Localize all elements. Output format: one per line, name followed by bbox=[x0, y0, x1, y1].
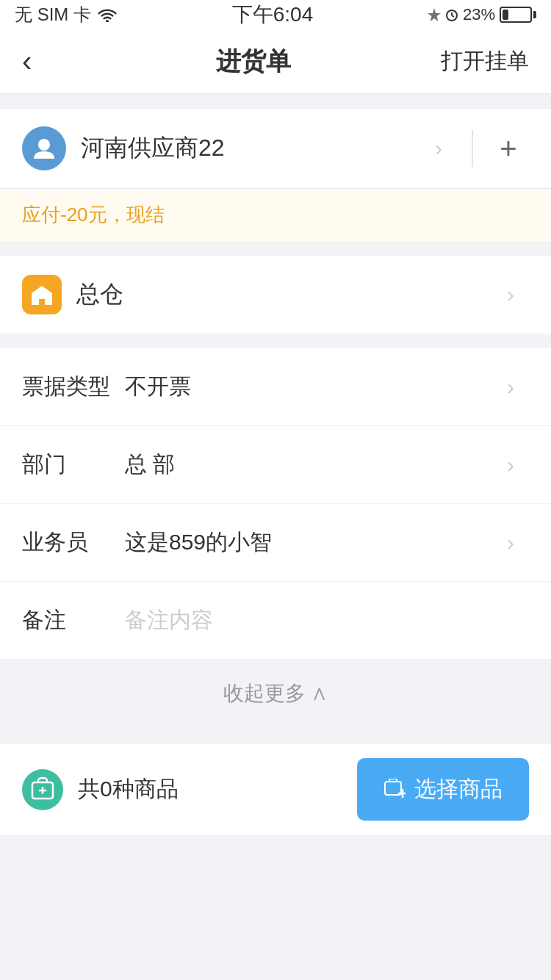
supplier-row[interactable]: 河南供应商22 › + bbox=[0, 109, 551, 189]
svg-line-3 bbox=[452, 15, 454, 17]
warehouse-section: 总仓 › bbox=[0, 256, 551, 334]
gap-1 bbox=[0, 94, 551, 109]
product-icon bbox=[22, 769, 63, 810]
gap-4 bbox=[0, 728, 551, 743]
supplier-avatar bbox=[22, 126, 66, 170]
battery-icon bbox=[500, 7, 536, 23]
svg-point-4 bbox=[38, 139, 50, 151]
notice-row: 应付-20元，现结 bbox=[0, 189, 551, 241]
open-pending-button[interactable]: 打开挂单 bbox=[441, 46, 529, 76]
nav-bar: ‹ 进货单 打开挂单 bbox=[0, 29, 551, 94]
warehouse-row[interactable]: 总仓 › bbox=[0, 256, 551, 334]
cart-icon bbox=[29, 777, 56, 803]
warehouse-chevron-icon: › bbox=[507, 282, 514, 307]
select-product-icon bbox=[383, 779, 406, 801]
department-value: 总 部 bbox=[125, 450, 507, 480]
page-background bbox=[0, 835, 551, 980]
status-right: 23% bbox=[428, 5, 536, 24]
location-icon bbox=[428, 8, 441, 21]
supplier-section: 河南供应商22 › + 应付-20元，现结 bbox=[0, 109, 551, 241]
status-carrier: 无 SIM 卡 bbox=[15, 3, 118, 26]
form-section: 票据类型 不开票 › 部门 总 部 › 业务员 这是859的小智 › 备注 备注… bbox=[0, 348, 551, 659]
battery-percent: 23% bbox=[463, 5, 495, 24]
bill-type-value: 不开票 bbox=[125, 372, 507, 402]
back-button[interactable]: ‹ bbox=[22, 45, 66, 78]
select-product-label: 选择商品 bbox=[414, 774, 503, 804]
bottom-bar: 共0种商品 选择商品 bbox=[0, 743, 551, 835]
bill-type-row[interactable]: 票据类型 不开票 › bbox=[0, 348, 551, 426]
select-product-button[interactable]: 选择商品 bbox=[357, 758, 529, 821]
supplier-chevron-icon: › bbox=[435, 136, 442, 161]
gap-2 bbox=[0, 241, 551, 256]
salesperson-value: 这是859的小智 bbox=[125, 527, 507, 558]
warehouse-name: 总仓 bbox=[76, 278, 507, 311]
wifi-icon bbox=[97, 7, 118, 22]
page-title: 进货单 bbox=[216, 45, 291, 79]
supplier-name: 河南供应商22 bbox=[81, 132, 435, 165]
department-row[interactable]: 部门 总 部 › bbox=[0, 426, 551, 504]
gap-3 bbox=[0, 334, 551, 348]
collapse-label: 收起更多 ∧ bbox=[223, 680, 328, 707]
department-label: 部门 bbox=[22, 450, 125, 480]
alarm-icon bbox=[445, 8, 458, 21]
bill-type-label: 票据类型 bbox=[22, 372, 125, 402]
svg-point-0 bbox=[106, 20, 109, 22]
user-icon bbox=[31, 135, 57, 162]
divider bbox=[472, 130, 473, 167]
add-button[interactable]: + bbox=[488, 128, 529, 169]
remark-label: 备注 bbox=[22, 605, 125, 635]
product-count: 共0种商品 bbox=[78, 774, 342, 804]
department-chevron-icon: › bbox=[507, 453, 514, 478]
status-time: 下午6:04 bbox=[232, 1, 314, 29]
collapse-row[interactable]: 收起更多 ∧ bbox=[0, 659, 551, 728]
salesperson-label: 业务员 bbox=[22, 527, 125, 558]
salesperson-chevron-icon: › bbox=[507, 530, 514, 555]
status-bar: 无 SIM 卡 下午6:04 23% bbox=[0, 0, 551, 29]
remark-input[interactable]: 备注内容 bbox=[125, 605, 529, 635]
notice-text: 应付-20元，现结 bbox=[22, 203, 165, 226]
remark-row[interactable]: 备注 备注内容 bbox=[0, 582, 551, 659]
house-icon bbox=[30, 283, 54, 306]
bill-type-chevron-icon: › bbox=[507, 375, 514, 400]
salesperson-row[interactable]: 业务员 这是859的小智 › bbox=[0, 504, 551, 582]
warehouse-icon bbox=[22, 275, 62, 314]
